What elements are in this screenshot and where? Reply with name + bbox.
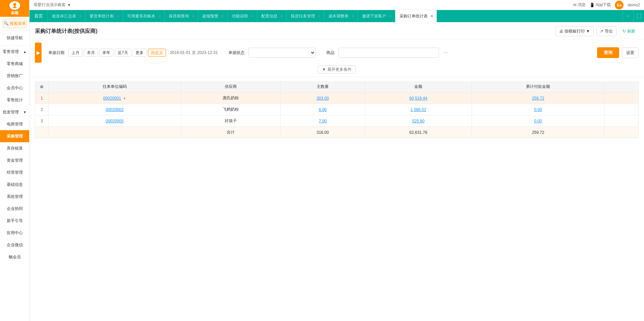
sidebar-item-basic[interactable]: 基础信息 — [0, 178, 29, 191]
qty-link[interactable]: 303.00 — [317, 96, 329, 101]
tab-peizhi-close[interactable]: ✕ — [280, 14, 283, 18]
tab-yaohuo-label: 要货单统计表 — [90, 13, 114, 19]
code-link[interactable]: 00020005 — [106, 119, 123, 123]
sidebar-item-retail-label: 零售管理 — [3, 49, 19, 55]
tab-chengben[interactable]: 成本调整单 ✕ — [324, 10, 358, 22]
sidebar-item-batch[interactable]: 批发管理 ▼ — [0, 106, 29, 118]
quick-nav-item[interactable]: 快捷导航 — [0, 32, 29, 44]
date-this-year-button[interactable]: 本年 — [99, 49, 113, 57]
amount-link[interactable]: 60,519.44 — [410, 96, 427, 101]
sidebar-item-retail-shop[interactable]: 零售商城 — [0, 58, 29, 70]
sidebar-item-retail-stat[interactable]: 零售统计 — [0, 94, 29, 106]
sidebar-item-newbie[interactable]: 新手引导 — [0, 215, 29, 227]
date-this-month-button[interactable]: 本月 — [84, 49, 98, 57]
code-link[interactable]: 00020001 — [103, 96, 121, 101]
amount-link[interactable]: 1,586.52 — [411, 107, 426, 112]
tab-bochuo-close[interactable]: ✕ — [318, 14, 321, 18]
tab-minimize-button[interactable]: － — [623, 10, 633, 22]
footer-empty-1 — [35, 127, 49, 138]
row-paid: 259.72 — [472, 93, 604, 104]
sidebar-item-enterprise[interactable]: 企业协同 — [0, 203, 29, 215]
paid-link[interactable]: 0.00 — [534, 107, 542, 112]
quick-nav-label: 快捷导航 — [7, 35, 23, 41]
top-bar-left: 母婴行业演示账套 ▼ — [34, 2, 71, 8]
date-more-button[interactable]: 更多 — [132, 49, 147, 57]
footer-paid: 259.72 — [472, 127, 604, 138]
purchase-table: ⚙ 往来单位编码 供应商 主数量 金额 累计付款金额 1 000200 — [35, 81, 639, 138]
tab-baozhiqi-close[interactable]: ✕ — [192, 14, 195, 18]
filter-more-dots[interactable]: ··· — [443, 50, 447, 56]
message-link[interactable]: ✉ 消息 — [573, 2, 586, 8]
refresh-label: 刷新 — [627, 29, 635, 34]
company-selector[interactable]: 母婴行业演示账套 ▼ — [34, 2, 71, 8]
sidebar-item-vip[interactable]: 畅会员 — [0, 251, 29, 263]
tab-shoufа[interactable]: 收发存汇总表 ✕ — [48, 10, 85, 22]
tab-caigou-close[interactable]: ✕ — [430, 14, 433, 18]
sidebar-item-marketing[interactable]: 营销推广 — [0, 70, 29, 82]
th-supplier: 供应商 — [181, 81, 280, 93]
tab-peizhi[interactable]: 配置信息 ✕ — [257, 10, 286, 22]
sidebar-item-system[interactable]: 系统管理 — [0, 191, 29, 203]
sidebar-item-ecommerce[interactable]: 电商管理 — [0, 118, 29, 130]
sidebar-item-finance[interactable]: 资金管理 — [0, 154, 29, 166]
tab-yaoqing-close[interactable]: ✕ — [389, 14, 392, 18]
app-logo: 标题 — [0, 0, 29, 17]
tab-chaochu-close[interactable]: ✕ — [221, 14, 224, 18]
sidebar-item-purchase[interactable]: 采购管理 — [0, 130, 29, 142]
tab-chaochu-label: 超储预警 — [202, 13, 218, 19]
settings-button[interactable]: 设置 — [622, 47, 639, 58]
tab-yaohuo-close[interactable]: ✕ — [116, 14, 119, 18]
tab-keyong-close[interactable]: ✕ — [158, 14, 161, 18]
qty-link[interactable]: 6.00 — [319, 107, 326, 112]
tab-yaohuo[interactable]: 要货单统计表 ✕ — [85, 10, 123, 22]
amount-link[interactable]: 525.80 — [412, 119, 425, 123]
tab-gongneng-close[interactable]: ✕ — [251, 14, 254, 18]
tab-chaochu[interactable]: 超储预警 ✕ — [198, 10, 227, 22]
print-template-button[interactable]: 🖨 按模板打印 ▼ — [555, 26, 594, 36]
collapse-filter-button[interactable]: ▶ — [35, 43, 42, 63]
tab-bar-actions: － ⛶ — [623, 10, 644, 22]
row-num: 1 — [35, 93, 49, 104]
export-button[interactable]: ↗ 导出 — [596, 26, 616, 36]
search-menu-button[interactable]: 🔍 搜索菜单 — [3, 19, 26, 28]
filter-row-2: ▼ 展开更多条件 — [35, 65, 639, 73]
code-link[interactable]: 00020002 — [106, 107, 123, 112]
sidebar-item-operations[interactable]: 经营管理 — [0, 166, 29, 178]
refresh-button[interactable]: ↻ 刷新 — [619, 26, 639, 36]
date-7days-button[interactable]: 近7天 — [115, 49, 131, 57]
tab-home[interactable]: 首页 — [30, 10, 48, 22]
sidebar-item-appstore[interactable]: 应用中心 — [0, 227, 29, 239]
row-paid: 0.00 — [472, 115, 604, 127]
page-header-actions: 🖨 按模板打印 ▼ ↗ 导出 ↻ 刷新 — [555, 26, 639, 36]
tab-baozhiqi[interactable]: 保质期查询 ✕ — [164, 10, 198, 22]
paid-link[interactable]: 0.00 — [534, 119, 542, 123]
row-supplier: 惠氏奶粉 — [181, 93, 280, 104]
column-settings-icon[interactable]: ⚙ — [40, 85, 44, 89]
goods-input[interactable] — [338, 48, 439, 58]
row-code: 00020001 ▼ — [49, 93, 181, 104]
status-select[interactable] — [249, 48, 316, 58]
tab-keyong[interactable]: 可用量库存账本 ✕ — [123, 10, 164, 22]
row-amount: 1,586.52 — [365, 104, 472, 115]
paid-link[interactable]: 259.72 — [532, 96, 544, 101]
tab-gongneng[interactable]: 功能说明 ✕ — [227, 10, 257, 22]
sidebar-item-retail[interactable]: 零售管理 ▲ — [0, 46, 29, 58]
date-last-month-button[interactable]: 上月 — [68, 49, 83, 57]
query-button[interactable]: 查询 — [597, 47, 619, 58]
sidebar-item-wechat[interactable]: 企业微信 — [0, 239, 29, 251]
app-download-link[interactable]: 📱 App下载 — [590, 2, 611, 8]
company-name: 母婴行业演示账套 — [34, 2, 66, 8]
sidebar-item-inventory[interactable]: 库存核算 — [0, 142, 29, 154]
date-custom-button[interactable]: 自定义 — [148, 49, 166, 57]
tab-chengben-close[interactable]: ✕ — [351, 14, 354, 18]
footer-label: 合计 — [181, 127, 280, 138]
tab-caigou[interactable]: 采购订单统计表 ✕ — [395, 10, 437, 22]
user-avatar[interactable]: Ea — [615, 1, 624, 9]
sidebar-item-member[interactable]: 会员中心 — [0, 82, 29, 94]
qty-link[interactable]: 7.00 — [319, 119, 326, 123]
tab-yaoqing[interactable]: 邀请下游客户 ✕ — [358, 10, 395, 22]
tab-bochuo[interactable]: 拣货任务管理 ✕ — [286, 10, 324, 22]
expand-filter-button[interactable]: ▼ 展开更多条件 — [318, 65, 356, 73]
tab-shoufа-close[interactable]: ✕ — [79, 14, 82, 18]
tab-maximize-button[interactable]: ⛶ — [633, 10, 644, 22]
